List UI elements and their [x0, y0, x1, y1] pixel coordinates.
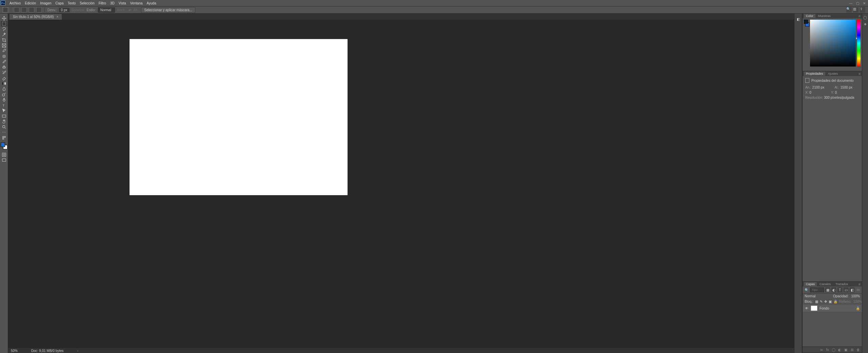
panel-menu-icon[interactable]: ≡	[859, 14, 861, 18]
canvas-viewport[interactable]	[8, 20, 794, 348]
selection-add-icon[interactable]	[21, 7, 27, 13]
foreground-color-swatch[interactable]	[1, 143, 5, 147]
tab-adjustments[interactable]: Ajustes	[826, 72, 840, 76]
rectangle-tool[interactable]	[1, 113, 7, 119]
adjustment-layer-icon[interactable]: ◐	[837, 348, 842, 352]
screen-mode-icon[interactable]	[1, 157, 7, 163]
brush-tool[interactable]	[1, 59, 7, 64]
lock-position-icon[interactable]: ✥	[824, 299, 827, 303]
style-select[interactable]: Normal	[98, 7, 115, 13]
path-selection-tool[interactable]	[1, 108, 7, 113]
tab-layers[interactable]: Capas	[804, 282, 817, 286]
menu-edicion[interactable]: Edición	[23, 1, 38, 6]
new-layer-icon[interactable]: ⊞	[849, 348, 854, 352]
menu-archivo[interactable]: Archivo	[7, 1, 23, 6]
color-swatches[interactable]	[1, 143, 7, 149]
type-tool[interactable]: T	[1, 103, 7, 108]
blur-tool[interactable]	[1, 86, 7, 92]
saturation-brightness-picker[interactable]	[810, 20, 856, 67]
filter-adjust-icon[interactable]: ◐	[831, 287, 836, 292]
menu-ayuda[interactable]: Ayuda	[145, 1, 158, 6]
gradient-tool[interactable]	[1, 81, 7, 86]
clone-stamp-tool[interactable]	[1, 64, 7, 70]
maximize-icon[interactable]: ▢	[854, 1, 861, 5]
doc-height[interactable]: 1500 px	[840, 86, 852, 89]
visibility-icon[interactable]: 👁	[805, 306, 809, 310]
libraries-panel-icon[interactable]: ◈	[864, 22, 867, 26]
hand-tool[interactable]	[1, 119, 7, 124]
hue-slider[interactable]	[857, 20, 861, 67]
selection-subtract-icon[interactable]	[29, 7, 34, 13]
doc-x[interactable]: 0	[809, 91, 811, 94]
menu-texto[interactable]: Texto	[65, 1, 78, 6]
move-tool[interactable]	[1, 16, 7, 21]
link-layers-icon[interactable]: ⫘	[819, 348, 824, 352]
quick-mask-icon[interactable]	[1, 152, 7, 157]
filter-type-icon[interactable]: T	[837, 287, 842, 292]
selection-new-icon[interactable]	[14, 7, 19, 13]
close-icon[interactable]: ✕	[861, 1, 867, 5]
layer-lock-icon[interactable]: 🔒	[856, 306, 860, 310]
menu-ventana[interactable]: Ventana	[128, 1, 145, 6]
eraser-tool[interactable]	[1, 75, 7, 81]
search-icon[interactable]: 🔍	[846, 7, 852, 13]
menu-imagen[interactable]: Imagen	[38, 1, 53, 6]
eyedropper-tool[interactable]	[1, 48, 7, 54]
filter-toggle[interactable]	[856, 289, 860, 291]
group-icon[interactable]: ▣	[843, 348, 848, 352]
frame-tool[interactable]	[1, 43, 7, 48]
layer-filter-input[interactable]	[810, 287, 824, 292]
magic-wand-tool[interactable]	[1, 32, 7, 37]
learn-panel-icon[interactable]: ◯	[863, 16, 867, 19]
zoom-tool[interactable]	[1, 124, 7, 130]
marquee-tool[interactable]	[1, 21, 7, 26]
tab-color[interactable]: Color	[804, 14, 815, 18]
close-tab-icon[interactable]: ×	[57, 15, 59, 19]
layer-row[interactable]: 👁 Fondo 🔒	[803, 304, 862, 312]
filter-shape-icon[interactable]: ▭	[844, 287, 848, 292]
workspace-icon[interactable]: ▥	[853, 7, 859, 13]
tab-channels[interactable]: Canales	[817, 282, 833, 286]
zoom-level[interactable]: 50%	[11, 349, 18, 353]
layer-thumbnail[interactable]	[811, 305, 817, 311]
lock-all-icon[interactable]: 🔒	[833, 299, 837, 303]
menu-capa[interactable]: Capa	[54, 1, 66, 6]
lock-artboard-icon[interactable]: ▣	[829, 299, 832, 303]
fg-swatch[interactable]	[804, 20, 808, 24]
history-brush-tool[interactable]	[1, 70, 7, 75]
current-tool-indicator[interactable]	[3, 7, 8, 13]
healing-brush-tool[interactable]	[1, 54, 7, 59]
document-tab[interactable]: Sin título-1 al 50% (RGB/8) ×	[9, 14, 62, 20]
history-panel-icon[interactable]: ◧	[795, 16, 802, 22]
doc-resolution[interactable]: 300 píxeles/pulgada	[824, 96, 854, 99]
tab-paths[interactable]: Trazados	[833, 282, 850, 286]
menu-seleccion[interactable]: Selección	[78, 1, 96, 6]
panel-menu-icon[interactable]: ≡	[859, 282, 861, 286]
delete-layer-icon[interactable]: 🗑	[855, 348, 861, 352]
menu-3d[interactable]: 3D	[108, 1, 117, 6]
panel-menu-icon[interactable]: ≡	[859, 72, 861, 76]
selection-intersect-icon[interactable]	[36, 7, 42, 13]
filter-pixel-icon[interactable]: ▦	[825, 287, 830, 292]
lasso-tool[interactable]	[1, 26, 7, 32]
lock-pixels-icon[interactable]: ✎	[820, 299, 823, 303]
menu-filtro[interactable]: Filtro	[97, 1, 108, 6]
edit-toolbar-icon[interactable]	[1, 135, 7, 141]
minimize-icon[interactable]: —	[848, 1, 854, 5]
layer-mask-icon[interactable]: ◯	[831, 348, 836, 352]
doc-width[interactable]: 2100 px	[812, 86, 825, 89]
canvas[interactable]	[130, 39, 348, 195]
crop-tool[interactable]	[1, 37, 7, 43]
tab-properties[interactable]: Propiedades	[804, 72, 825, 76]
filter-smart-icon[interactable]: ◧	[850, 287, 854, 292]
layer-style-icon[interactable]: fx	[825, 348, 830, 352]
tab-swatches[interactable]: Muestras	[816, 14, 833, 18]
feather-input[interactable]: 0 px	[59, 8, 70, 12]
doc-y[interactable]: 0	[835, 91, 837, 94]
lock-transparency-icon[interactable]: ▦	[815, 299, 818, 303]
doc-info[interactable]: Doc: 9,01 MB/0 bytes	[31, 349, 64, 353]
tool-options-icon[interactable]: ⋯	[1, 130, 7, 135]
doc-info-chevron-icon[interactable]: ›	[77, 349, 78, 353]
dodge-tool[interactable]	[1, 92, 7, 97]
menu-vista[interactable]: Vista	[117, 1, 128, 6]
